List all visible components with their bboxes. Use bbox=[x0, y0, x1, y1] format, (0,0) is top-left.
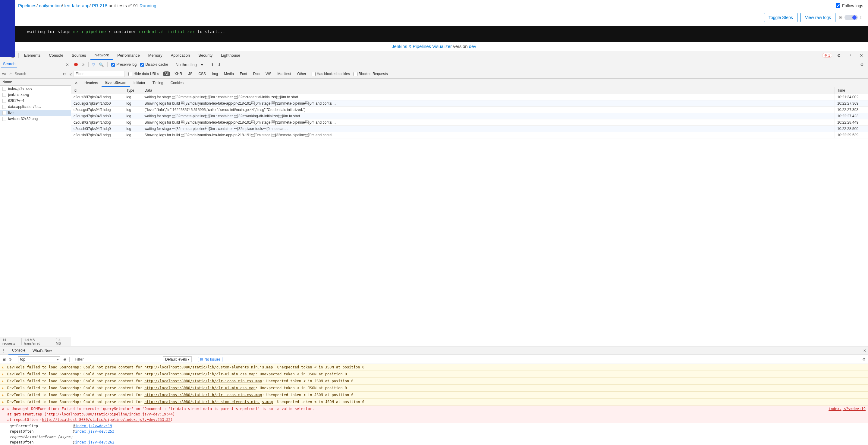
error-count-badge[interactable]: 1 bbox=[822, 53, 832, 58]
detail-tab-timing[interactable]: Timing bbox=[149, 79, 167, 87]
event-row[interactable]: c2qusgoi7qks94f1hdp0logwaiting for stage… bbox=[71, 113, 868, 119]
request-row[interactable]: data:application/fo… bbox=[0, 104, 71, 110]
console-settings-icon[interactable]: ⚙ bbox=[862, 357, 866, 361]
breadcrumb-org[interactable]: dailymotion bbox=[39, 3, 62, 8]
event-row[interactable]: c2qusgoi7qks94f1hdoglog{"level":"info","… bbox=[71, 107, 868, 113]
filter-chip-manifest[interactable]: Manifest bbox=[276, 71, 293, 76]
detail-tab-initiator[interactable]: Initiator bbox=[130, 79, 149, 87]
refresh-icon[interactable]: ⟳ bbox=[63, 72, 66, 76]
download-icon[interactable]: ⬇ bbox=[218, 62, 221, 67]
follow-logs-checkbox[interactable] bbox=[836, 3, 840, 8]
col-id[interactable]: Id bbox=[71, 87, 124, 94]
network-settings-icon[interactable]: ⚙ bbox=[860, 62, 865, 67]
close-search-icon[interactable]: ✕ bbox=[66, 62, 69, 67]
theme-toggle[interactable]: ☀ ☾ bbox=[838, 15, 864, 21]
devtools-tab-security[interactable]: Security bbox=[194, 51, 217, 60]
breadcrumb-repo[interactable]: leo-fake-app bbox=[64, 3, 89, 8]
gear-icon[interactable]: ⚙ bbox=[835, 53, 843, 58]
console-clear-icon[interactable]: ⊘ bbox=[9, 357, 12, 361]
follow-logs-toggle[interactable]: Follow logs bbox=[836, 3, 863, 8]
blocked-requests-checkbox[interactable]: Blocked Requests bbox=[353, 72, 388, 76]
disable-cache-checkbox[interactable]: Disable cache bbox=[140, 62, 168, 67]
devtools-tab-sources[interactable]: Sources bbox=[67, 51, 90, 60]
console-sidebar-icon[interactable]: ▣ bbox=[2, 357, 6, 361]
filter-chip-js[interactable]: JS bbox=[186, 71, 194, 76]
drawer-menu-icon[interactable]: ⋮ bbox=[2, 349, 8, 353]
col-time[interactable]: Time bbox=[835, 87, 868, 94]
devtools-tab-network[interactable]: Network bbox=[90, 51, 113, 60]
toggle-track[interactable] bbox=[844, 15, 858, 20]
filter-chip-xhr[interactable]: XHR bbox=[173, 71, 184, 76]
filter-chip-all[interactable]: All bbox=[163, 71, 170, 76]
stack-frame[interactable]: repeatOften@ index.js?v=dev:262 bbox=[0, 440, 868, 445]
filter-chip-doc[interactable]: Doc bbox=[251, 71, 261, 76]
request-row[interactable]: favicon-32x32.png bbox=[0, 116, 71, 122]
event-row[interactable]: c2qush0i7qks94f1hdq0logwaiting for stage… bbox=[71, 126, 868, 132]
request-row[interactable]: live bbox=[0, 110, 71, 116]
drawer-tab-whatsnew[interactable]: What's New bbox=[29, 347, 56, 355]
log-levels-select[interactable]: Default levels ▾ bbox=[163, 356, 192, 362]
detail-tab-eventstream[interactable]: EventStream bbox=[101, 79, 130, 87]
kebab-icon[interactable]: ⋮ bbox=[846, 53, 855, 58]
name-column-header[interactable]: Name bbox=[0, 79, 71, 86]
search-icon[interactable]: 🔍 bbox=[99, 62, 104, 67]
search-tab[interactable]: Search bbox=[1, 61, 17, 68]
event-row[interactable]: c2qush0i7qks94f1hdpglogShowing logs for … bbox=[71, 119, 868, 126]
col-type[interactable]: Type bbox=[124, 87, 142, 94]
close-icon[interactable]: ✕ bbox=[857, 53, 866, 58]
regex-icon[interactable]: .* bbox=[9, 72, 12, 76]
breadcrumb-pr[interactable]: PR-218 bbox=[92, 3, 107, 8]
preserve-log-checkbox[interactable]: Preserve log bbox=[111, 62, 136, 67]
close-drawer-icon[interactable]: ✕ bbox=[863, 349, 866, 353]
breadcrumb-pipelines[interactable]: Pipelines bbox=[18, 3, 36, 8]
filter-chip-other[interactable]: Other bbox=[296, 71, 308, 76]
filter-chip-ws[interactable]: WS bbox=[264, 71, 273, 76]
context-select[interactable]: top bbox=[18, 356, 60, 362]
view-raw-logs-button[interactable]: View raw logs bbox=[801, 13, 835, 22]
console-warning[interactable]: DevTools failed to load SourceMap: Could… bbox=[0, 364, 868, 371]
has-blocked-cookies-checkbox[interactable]: Has blocked cookies bbox=[312, 72, 350, 76]
col-data[interactable]: Data bbox=[142, 87, 835, 94]
console-warning[interactable]: DevTools failed to load SourceMap: Could… bbox=[0, 378, 868, 385]
search-input[interactable] bbox=[15, 72, 60, 76]
filter-input[interactable] bbox=[73, 71, 125, 77]
filter-chip-font[interactable]: Font bbox=[238, 71, 249, 76]
console-warning[interactable]: DevTools failed to load SourceMap: Could… bbox=[0, 392, 868, 398]
filter-chip-img[interactable]: Img bbox=[210, 71, 220, 76]
console-filter-input[interactable] bbox=[73, 356, 160, 362]
filter-chip-css[interactable]: CSS bbox=[196, 71, 208, 76]
request-row[interactable]: index.js?v=dev bbox=[0, 86, 71, 92]
devtools-tab-elements[interactable]: Elements bbox=[20, 51, 44, 60]
toggle-steps-button[interactable]: Toggle Steps bbox=[764, 13, 798, 22]
record-icon[interactable] bbox=[74, 63, 78, 66]
hide-data-urls-checkbox[interactable]: Hide data URLs bbox=[128, 72, 159, 76]
request-row[interactable]: jenkins-x.svg bbox=[0, 92, 71, 98]
filter-icon[interactable]: ▽ bbox=[92, 62, 95, 67]
stack-frame[interactable]: getParentStep@ index.js?v=dev:19 bbox=[0, 423, 868, 429]
detail-tab-cookies[interactable]: Cookies bbox=[167, 79, 187, 87]
devtools-tab-console[interactable]: Console bbox=[44, 51, 67, 60]
throttling-select[interactable]: No throttling ▾ bbox=[176, 62, 204, 67]
console-warning[interactable]: DevTools failed to load SourceMap: Could… bbox=[0, 385, 868, 392]
devtools-tab-application[interactable]: Application bbox=[167, 51, 194, 60]
clear-icon[interactable]: ⊘ bbox=[82, 62, 85, 67]
event-row[interactable]: c2qus38i7qks94f1hdnglogwaiting for stage… bbox=[71, 94, 868, 100]
devtools-tab-lighthouse[interactable]: Lighthouse bbox=[217, 51, 244, 60]
console-error[interactable]: index.js?v=dev:19▸ Uncaught DOMException… bbox=[0, 406, 868, 423]
match-case-icon[interactable]: Aa bbox=[2, 72, 6, 76]
devtools-tab-performance[interactable]: Performance bbox=[113, 51, 144, 60]
stack-frame[interactable]: repeatOften@ index.js?v=dev:253 bbox=[0, 429, 868, 434]
event-row[interactable]: c2qusgoi7qks94f1hdo0logShowing logs for … bbox=[71, 100, 868, 107]
request-row[interactable]: 6251?v=4 bbox=[0, 98, 71, 104]
devtools-tab-memory[interactable]: Memory bbox=[144, 51, 167, 60]
console-warning[interactable]: DevTools failed to load SourceMap: Could… bbox=[0, 398, 868, 406]
drawer-tab-console[interactable]: Console bbox=[8, 347, 29, 355]
live-expression-icon[interactable]: ◉ bbox=[63, 357, 66, 361]
no-issues-badge[interactable]: No Issues bbox=[198, 357, 222, 362]
filter-chip-media[interactable]: Media bbox=[222, 71, 236, 76]
console-warning[interactable]: DevTools failed to load SourceMap: Could… bbox=[0, 371, 868, 378]
close-detail-icon[interactable]: ✕ bbox=[72, 81, 80, 85]
detail-tab-headers[interactable]: Headers bbox=[81, 79, 101, 87]
event-row[interactable]: c2qush8i7qks94f1hdqglogShowing logs for … bbox=[71, 132, 868, 138]
upload-icon[interactable]: ⬆ bbox=[211, 62, 214, 67]
